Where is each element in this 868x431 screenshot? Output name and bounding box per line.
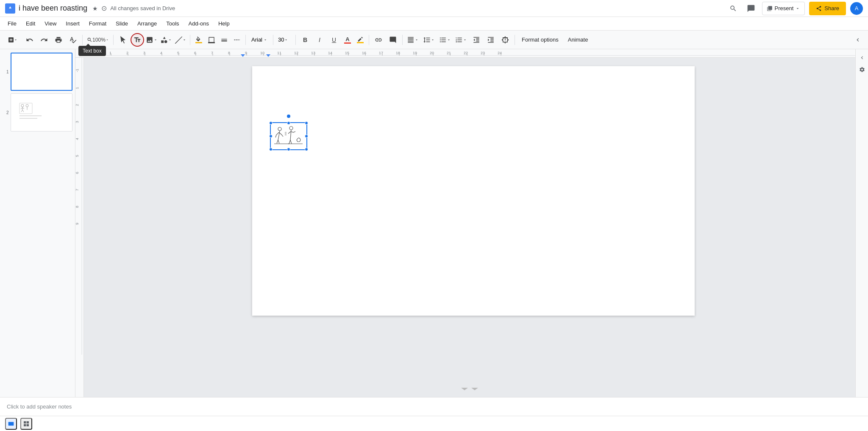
select-button[interactable]	[116, 33, 130, 47]
handle-bm[interactable]	[287, 148, 290, 151]
fill-color-button[interactable]	[193, 33, 205, 47]
handle-bl[interactable]	[269, 148, 273, 151]
divider-8	[402, 35, 403, 45]
svg-text:11: 11	[277, 51, 281, 55]
handle-br[interactable]	[305, 148, 308, 151]
handle-mr[interactable]	[305, 134, 308, 138]
handle-tl[interactable]	[269, 121, 273, 125]
main-area: 1 2	[0, 49, 868, 397]
svg-text:12: 12	[294, 51, 298, 55]
present-button[interactable]: Present	[762, 2, 805, 15]
menu-slide[interactable]: Slide	[111, 19, 132, 28]
animate-button[interactable]: Animate	[564, 35, 593, 45]
line-spacing-button[interactable]	[421, 33, 437, 47]
zoom-button[interactable]: 100%	[85, 33, 111, 47]
svg-line-11	[21, 110, 22, 112]
slides-panel: 1 2	[0, 49, 75, 397]
speaker-notes-area[interactable]: Click to add speaker notes	[0, 397, 868, 416]
spellcheck-button[interactable]	[66, 33, 80, 47]
menu-format[interactable]: Format	[85, 19, 111, 28]
menu-arrange[interactable]: Arrange	[133, 19, 161, 28]
highlight-button[interactable]	[354, 33, 366, 47]
divider-5	[273, 35, 273, 45]
menu-help[interactable]: Help	[214, 19, 234, 28]
font-size-selector[interactable]: 30	[276, 35, 293, 44]
grid-view-button[interactable]	[20, 418, 32, 430]
font-selector[interactable]: Arial	[248, 35, 270, 44]
clear-format-button[interactable]	[498, 33, 512, 47]
menu-view[interactable]: View	[40, 19, 61, 28]
handle-tm[interactable]	[287, 121, 290, 125]
link-button[interactable]	[372, 33, 385, 47]
svg-line-12	[22, 110, 24, 112]
border-weight-button[interactable]	[218, 33, 230, 47]
decrease-indent-button[interactable]	[470, 33, 483, 47]
menu-insert[interactable]: Insert	[61, 19, 84, 28]
share-button[interactable]: Share	[809, 2, 846, 15]
svg-text:13: 13	[311, 51, 315, 55]
divider-3	[190, 35, 190, 45]
toolbar: 100%	[0, 31, 868, 49]
ruler-vertical: -1 1 2 3 4 5 6 7 8 9	[75, 58, 84, 397]
collapse-panel-button[interactable]	[851, 33, 865, 47]
italic-button[interactable]: I	[313, 33, 326, 47]
slide-position-indicators	[460, 387, 479, 391]
border-color-button[interactable]	[206, 33, 217, 47]
align-button[interactable]	[405, 33, 420, 47]
svg-rect-0	[195, 42, 202, 43]
increase-indent-button[interactable]	[484, 33, 498, 47]
selection-box[interactable]	[270, 122, 307, 150]
document-title[interactable]: i have been roasting	[19, 4, 87, 13]
shapes-button[interactable]	[159, 33, 173, 47]
slide-thumb-1[interactable]	[11, 53, 72, 91]
canvas-scroll[interactable]	[84, 58, 855, 397]
svg-text:3: 3	[75, 121, 79, 123]
font-color-button[interactable]: A	[342, 33, 353, 47]
canvas-area: -1 1 2 3 4 5 6 7 8 9 10 11 12 13 14 15 1	[75, 49, 855, 397]
underline-button[interactable]: U	[327, 33, 341, 47]
slide-thumb-2[interactable]	[11, 93, 72, 132]
star-icon[interactable]: ★	[92, 5, 98, 12]
svg-text:-1: -1	[75, 69, 79, 72]
history-icon[interactable]: ⊙	[101, 4, 107, 12]
numbered-list-button[interactable]	[453, 33, 469, 47]
user-avatar[interactable]: A	[850, 2, 863, 15]
handle-ml[interactable]	[269, 134, 273, 138]
svg-text:24: 24	[498, 51, 502, 55]
undo-button[interactable]	[23, 33, 36, 47]
title-bar: i have been roasting ★ ⊙ All changes sav…	[0, 0, 868, 17]
rotate-handle[interactable]	[287, 115, 290, 118]
svg-text:20: 20	[430, 51, 434, 55]
menu-edit[interactable]: Edit	[22, 19, 39, 28]
menu-addons[interactable]: Add-ons	[184, 19, 213, 28]
image-button[interactable]	[145, 33, 159, 47]
border-dash-button[interactable]	[231, 33, 243, 47]
bullet-list-button[interactable]	[437, 33, 453, 47]
comment-button[interactable]	[386, 33, 400, 47]
comments-button[interactable]	[744, 2, 758, 15]
format-options-button[interactable]: Format options	[517, 35, 563, 45]
svg-line-10	[22, 108, 24, 109]
textbox-button[interactable]	[131, 33, 144, 47]
menu-tools[interactable]: Tools	[162, 19, 183, 28]
search-button[interactable]	[726, 2, 740, 15]
slide-canvas[interactable]	[252, 66, 695, 316]
svg-point-81	[289, 126, 293, 130]
svg-text:17: 17	[379, 51, 383, 55]
line-button[interactable]	[174, 33, 187, 47]
new-slide-button[interactable]	[3, 33, 22, 47]
menu-file[interactable]: File	[3, 19, 21, 28]
svg-text:4: 4	[75, 138, 79, 140]
bold-button[interactable]: B	[298, 33, 312, 47]
save-status: All changes saved in Drive	[110, 5, 175, 11]
handle-tr[interactable]	[305, 121, 308, 125]
right-panel-settings-button[interactable]	[857, 64, 867, 75]
slide-view-button[interactable]	[5, 418, 17, 430]
slide-1-content	[11, 53, 72, 90]
right-panel-collapse-button[interactable]	[857, 53, 867, 63]
print-button[interactable]	[52, 33, 65, 47]
svg-point-79	[278, 127, 281, 131]
redo-button[interactable]	[37, 33, 51, 47]
divider-4	[245, 35, 246, 45]
svg-line-9	[21, 108, 22, 109]
